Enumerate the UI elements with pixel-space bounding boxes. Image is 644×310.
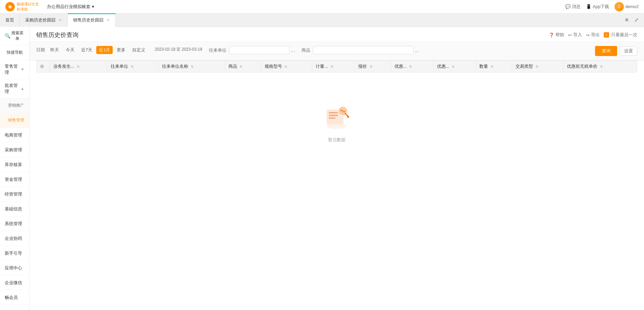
expand-button[interactable]: ⤢ [633,15,640,24]
date-filter-group: 日期 昨天 今天 近7天 近1月 更多 自定义 [36,46,148,54]
import-button[interactable]: ↩ 导入 [568,32,582,38]
export-icon: ↪ [586,33,590,38]
sort-icon: ⇅ [536,65,538,68]
logo-area: 畅 畅捷通好生意 标准版 [5,2,39,11]
date-opt-yesterday[interactable]: 昨天 [48,46,62,54]
svg-point-8 [347,116,349,118]
date-opt-more[interactable]: 更多 [114,46,128,54]
wholesale-sub-menu: 营销推广 销售管理 [0,98,29,128]
sort-icon: ⇅ [239,65,242,68]
close-purchase-tab-button[interactable]: × [58,17,62,23]
help-button[interactable]: ❓ 帮助 [549,32,564,38]
partner-input[interactable] [229,46,289,54]
export-button[interactable]: ↪ 导出 [586,32,600,38]
table-col-unit[interactable]: 计量... ⇅ [312,61,355,72]
sort-icon: ⇅ [77,65,79,68]
sort-icon: ⇅ [409,65,412,68]
logo-icon: 畅 [5,2,15,11]
sidebar-item-guide[interactable]: 新手引导 [0,246,29,261]
sidebar-item-sales-mgmt[interactable]: 销售管理 [0,113,29,128]
table-col-biz-date[interactable]: 业务发生... ⇅ [50,61,107,72]
sidebar-item-retail-mgmt[interactable]: 零售管理 ▼ [0,60,29,79]
sidebar-item-ops-mgmt[interactable]: 经营管理 [0,187,29,202]
sort-icon: ⇅ [131,65,133,68]
sidebar-item-inventory[interactable]: 库存核算 [0,157,29,172]
tab-bar-actions: ✕ ⤢ [623,15,644,24]
settings-icon[interactable]: ⚙ [40,64,44,69]
sidebar-item-wholesale-mgmt[interactable]: 批发管理 ▲ [0,79,29,98]
sidebar: 🔍 搜索菜单 快捷导航 零售管理 ▼ 批发管理 ▲ 营销推广 销售管理 电商管理… [0,27,30,310]
chevron-down-icon: ▼ [20,67,24,72]
download-icon: 📱 [586,4,591,9]
date-options: 昨天 今天 近7天 近1月 更多 自定义 [48,46,148,54]
table-col-product[interactable]: 商品 ⇅ [225,61,261,72]
filter-actions: 查询 设置 [595,46,637,56]
partner-input-wrap: ... [229,46,295,54]
page-title: 销售历史价查询 [36,31,78,39]
close-all-tabs-button[interactable]: ✕ [623,15,630,24]
show-last-once-label[interactable]: ✓ 只看最后一次 [604,32,637,38]
settings-button[interactable]: 设置 [620,46,637,56]
top-bar-left: 畅 畅捷通好生意 标准版 办公用品行业模拟账套 ▾ [5,2,94,11]
sort-icon: ⇅ [370,65,372,68]
svg-rect-5 [329,115,338,116]
table-col-quantity[interactable]: 数量 ⇅ [476,61,512,72]
app-selector[interactable]: 办公用品行业模拟账套 ▾ [47,4,94,10]
table-col-spec[interactable]: 规格型号 ⇅ [261,61,312,72]
date-opt-last1m[interactable]: 近1月 [96,46,113,54]
query-button[interactable]: 查询 [595,46,617,56]
empty-icon [320,99,354,133]
app-download-button[interactable]: 📱 App下载 [586,4,609,10]
sidebar-item-wechat[interactable]: 企业微信 [0,275,29,290]
tab-home[interactable]: 首页 [0,13,20,27]
sidebar-item-marketing[interactable]: 营销推广 [0,98,29,113]
partner-dots-button[interactable]: ... [291,48,295,53]
table-col-discount2[interactable]: 优惠... ⇅ [433,61,476,72]
table-col-discount1[interactable]: 优惠... ⇅ [391,61,434,72]
table-col-quoted-price[interactable]: 报价 ⇅ [355,61,391,72]
top-bar-right: 💬 消息 📱 App下载 D demo2 [565,2,639,11]
table-header-row: ⚙ 业务发生... ⇅ 往来单位 ⇅ 往来单位名称 ⇅ [37,61,637,72]
table-col-pretax-price[interactable]: 优惠前无税单价 ⇅ [563,61,637,72]
sidebar-item-basic-info[interactable]: 基础信息 [0,202,29,216]
sidebar-item-quick-nav[interactable]: 快捷导航 [0,45,29,60]
product-filter-label: 商品 [302,47,310,53]
tab-sales-history[interactable]: 销售历史价跟踪 × [68,13,116,27]
sidebar-item-ecom-mgmt[interactable]: 电商管理 [0,128,29,143]
sort-icon: ⇅ [191,65,194,68]
date-opt-last7[interactable]: 近7天 [78,46,95,54]
sort-icon: ⇅ [452,65,454,68]
table-col-partner-name[interactable]: 往来单位名称 ⇅ [159,61,225,72]
product-dots-button[interactable]: ... [415,48,419,53]
tab-bar: 首页 采购历史价跟踪 × 销售历史价跟踪 × ✕ ⤢ [0,13,644,27]
import-icon: ↩ [568,33,572,38]
sidebar-item-finance-mgmt[interactable]: 资金管理 [0,172,29,187]
table-header: ⚙ 业务发生... ⇅ 往来单位 ⇅ 往来单位名称 ⇅ [37,61,637,72]
sidebar-item-purchase-mgmt[interactable]: 采购管理 [0,143,29,157]
sidebar-item-app-center[interactable]: 应用中心 [0,261,29,275]
sidebar-item-sys-mgmt[interactable]: 系统管理 [0,216,29,231]
sort-icon: ⇅ [491,65,493,68]
svg-text:畅: 畅 [8,5,12,9]
tab-purchase-history[interactable]: 采购历史价跟踪 × [20,13,68,27]
date-opt-today[interactable]: 今天 [63,46,77,54]
product-input[interactable] [313,46,414,54]
table-col-partner-code[interactable]: 往来单位 ⇅ [107,61,159,72]
partner-filter-group: 往来单位 ... [209,46,295,54]
show-last-checkbox[interactable]: ✓ [604,32,609,38]
user-avatar[interactable]: D demo2 [614,2,639,11]
top-bar: 畅 畅捷通好生意 标准版 办公用品行业模拟账套 ▾ 💬 消息 📱 App下载 D… [0,0,644,13]
table-col-trade-type[interactable]: 交易类型 ⇅ [512,61,564,72]
sidebar-item-search-menu[interactable]: 🔍 搜索菜单 [0,27,29,45]
chevron-down-icon: ▾ [92,4,94,9]
search-icon: 🔍 [5,33,10,39]
sidebar-item-enterprise[interactable]: 企业协同 [0,231,29,246]
close-sales-tab-button[interactable]: × [106,17,110,23]
chevron-up-icon: ▲ [20,86,24,91]
filter-bar: 日期 昨天 今天 近7天 近1月 更多 自定义 2023-02-18 至 202… [30,42,644,60]
sidebar-item-member[interactable]: 畅会员 [0,290,29,305]
empty-text: 暂元数据 [328,137,345,143]
date-opt-custom[interactable]: 自定义 [129,46,148,54]
date-filter-label: 日期 [36,47,45,53]
message-button[interactable]: 💬 消息 [565,4,581,10]
